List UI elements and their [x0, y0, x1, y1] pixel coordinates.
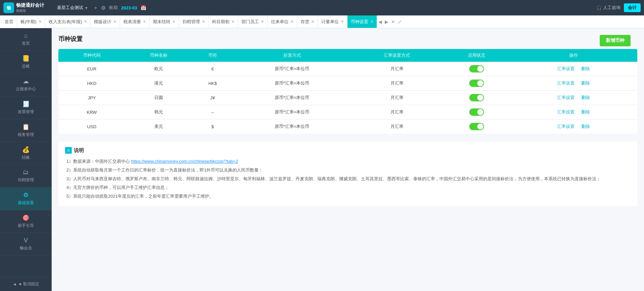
tab-subject-close[interactable]: ✕ [231, 19, 234, 24]
tab-archive-label: 归档管理 [182, 19, 200, 25]
sidebar-item-member[interactable]: V 畅会员 [0, 233, 52, 255]
chevron-down-icon: ▾ [85, 5, 88, 10]
tab-inventory-label: 存货 [301, 19, 309, 25]
cell-calc-1: 原币*汇率=本位币 [233, 76, 351, 91]
tax-icon: 📋 [22, 123, 30, 131]
cell-actions-3: 汇率设置 删除 [510, 105, 637, 119]
org-selector[interactable]: 基层工会测试 ▾ [57, 5, 88, 11]
service-label: 人工咨询 [603, 5, 621, 11]
delete-link-4[interactable]: 删除 [581, 124, 590, 129]
tab-inventory-close[interactable]: ✕ [311, 19, 314, 24]
tab-period-end[interactable]: 期末结转 ✕ [150, 15, 179, 28]
ledger-icon: 📒 [22, 55, 30, 62]
top-right: 🎧 人工咨询 会计 [596, 3, 641, 12]
sidebar-item-ledger[interactable]: 📒 总账 [0, 51, 52, 74]
sidebar-guide-label: 新手引导 [18, 223, 34, 229]
toggle-switch-1[interactable] [469, 80, 484, 87]
tab-prev-button[interactable]: ◀ [377, 19, 383, 25]
sidebar-item-tax[interactable]: 📋 税务管理 [0, 119, 52, 142]
cell-name-4: 美元 [125, 119, 192, 134]
title-row: 币种设置 新增币种 [58, 35, 637, 43]
sidebar-item-settle[interactable]: 💰 结账 [0, 142, 52, 165]
table-row: USD 美元 $ 原币*汇率=本位币 月汇率 汇率设置 删除 [58, 119, 637, 134]
sidebar-item-report[interactable]: ☁ 云报表中心 [0, 74, 52, 96]
sidebar-item-settings[interactable]: ⚙ 基础设置 [0, 187, 52, 210]
tab-inventory[interactable]: 存货 ✕ [297, 15, 318, 28]
col-header-code: 币种代码 [58, 49, 125, 62]
tab-next-button[interactable]: ▶ [383, 19, 390, 25]
delete-link-0[interactable]: 删除 [581, 66, 590, 71]
sidebar-tax-label: 税务管理 [18, 132, 34, 138]
tab-partner[interactable]: 往来单位 ✕ [268, 15, 297, 28]
settings-icon[interactable]: ⚙ [101, 5, 106, 11]
sidebar-item-invoice[interactable]: 🧾 发票管理 [0, 96, 52, 119]
tab-ledger[interactable]: 账(中期) ✕ [17, 15, 45, 28]
tab-home[interactable]: 首页 [1, 15, 17, 28]
sidebar-item-home[interactable]: ⌂ 首页 [0, 28, 52, 51]
add-icon[interactable]: ＋ [93, 4, 98, 11]
rate-set-link-3[interactable]: 汇率设置 [557, 109, 575, 114]
tab-close-all-button[interactable]: ✕ [390, 19, 396, 25]
tab-unit-close[interactable]: ✕ [341, 19, 344, 24]
delete-link-1[interactable]: 删除 [581, 81, 590, 86]
tab-dept-close[interactable]: ✕ [261, 19, 264, 24]
cell-rate-type-3: 月汇率 [351, 105, 443, 119]
notes-item: 5）系统只能自动抓取2021年度后的汇率，之前年度汇率需要用户手工维护。 [65, 192, 631, 201]
toggle-switch-0[interactable] [469, 65, 484, 72]
notes-link-0[interactable]: https://www.chinamoney.com.cn/chinese/bk… [131, 159, 238, 164]
rate-set-link-2[interactable]: 汇率设置 [557, 95, 575, 100]
sidebar-collapse-button[interactable]: ◄ ◄ 取消固定 [0, 277, 52, 291]
app-logo-icon: 畅 [3, 2, 14, 13]
main-layout: ⌂ 首页 📒 总账 ☁ 云报表中心 🧾 发票管理 📋 税务管理 💰 结账 [0, 28, 644, 291]
sidebar-item-guide[interactable]: 🎯 新手引导 [0, 210, 52, 233]
tab-income-label: 收入支出表(年报) [49, 19, 82, 25]
rate-set-link-4[interactable]: 汇率设置 [557, 124, 575, 129]
notes-icon: ≡ [65, 147, 72, 154]
cell-rate-type-0: 月汇率 [351, 62, 443, 76]
toggle-switch-2[interactable] [469, 94, 484, 101]
tab-subject-init[interactable]: 科目期初 ✕ [209, 15, 238, 28]
tab-expand-button[interactable]: ⤢ [396, 19, 403, 25]
tab-currency[interactable]: 币种设置 ✕ [347, 15, 377, 28]
tab-unit[interactable]: 计量单位 ✕ [318, 15, 347, 28]
sidebar-item-archive[interactable]: 🗂 归档管理 [0, 165, 52, 187]
period-label: 账期 [109, 5, 118, 11]
tab-ledger-close[interactable]: ✕ [39, 19, 42, 24]
col-header-rate-type: 汇率设置方式 [351, 49, 443, 62]
tab-tax-table[interactable]: 税表清册 ✕ [120, 15, 150, 28]
sidebar-settings-label: 基础设置 [18, 200, 34, 206]
tab-dept-staff[interactable]: 部门员工 ✕ [238, 15, 268, 28]
tab-template-close[interactable]: ✕ [113, 19, 116, 24]
member-icon: V [24, 237, 28, 244]
toggle-switch-4[interactable] [469, 123, 484, 130]
tab-tax-close[interactable]: ✕ [143, 19, 146, 24]
calendar-icon[interactable]: 📅 [141, 5, 146, 10]
delete-link-2[interactable]: 删除 [581, 95, 590, 100]
tab-currency-label: 币种设置 [351, 19, 368, 25]
notes-item: 3）人民币对马来西亚林吉特、俄罗斯卢布、南非兰特、韩元、阿联酋迪拉姆、沙特里亚尔… [65, 175, 631, 183]
tab-archive-close[interactable]: ✕ [202, 19, 205, 24]
cell-symbol-1: HK$ [192, 76, 233, 91]
col-header-calc: 折算方式 [233, 49, 351, 62]
notes-item: 1）数据来源：中国外汇交易中心 https://www.chinamoney.c… [65, 157, 631, 166]
account-badge[interactable]: 会计 [624, 3, 641, 12]
period-value: 2023-03 [121, 5, 137, 10]
gear-icon: ⚙ [23, 191, 29, 199]
cell-rate-type-1: 月汇率 [351, 76, 443, 91]
service-button[interactable]: 🎧 人工咨询 [596, 5, 621, 11]
tab-partner-close[interactable]: ✕ [290, 19, 293, 24]
cell-status-2 [443, 91, 510, 105]
tab-tax-label: 税表清册 [123, 19, 141, 25]
tab-archive[interactable]: 归档管理 ✕ [179, 15, 209, 28]
tab-currency-close[interactable]: ✕ [370, 19, 373, 24]
tab-period-close[interactable]: ✕ [172, 19, 175, 24]
tab-template[interactable]: 模版设计 ✕ [91, 15, 120, 28]
delete-link-3[interactable]: 删除 [581, 109, 590, 114]
tab-income-close[interactable]: ✕ [84, 19, 87, 24]
toggle-switch-3[interactable] [469, 108, 484, 116]
cell-name-2: 日圆 [125, 91, 192, 105]
rate-set-link-1[interactable]: 汇率设置 [557, 81, 575, 86]
tab-income-report[interactable]: 收入支出表(年报) ✕ [45, 15, 91, 28]
rate-set-link-0[interactable]: 汇率设置 [557, 66, 575, 71]
new-currency-button[interactable]: 新增币种 [600, 35, 631, 46]
